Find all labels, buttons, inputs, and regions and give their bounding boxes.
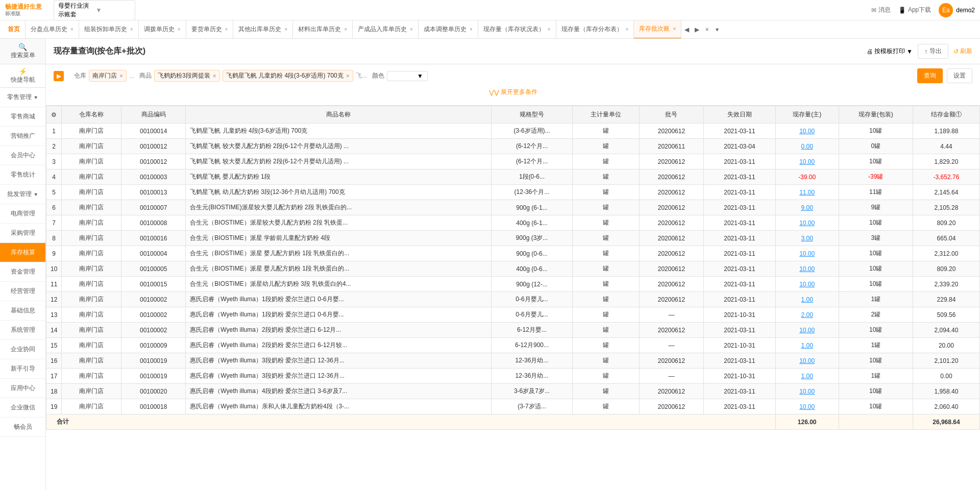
tab-close-all-button[interactable]: × bbox=[702, 20, 712, 39]
query-button[interactable]: 查询 bbox=[917, 68, 943, 83]
warehouse-more-btn[interactable]: ... bbox=[129, 72, 134, 80]
tab-close-icon[interactable]: × bbox=[548, 27, 551, 32]
row-qty[interactable]: 3.00 bbox=[775, 231, 839, 246]
row-qty[interactable]: 10.00 bbox=[775, 323, 839, 338]
filter-area: ▶ 仓库 南岸门店 × ... 商品 bbox=[46, 64, 980, 106]
tab-home[interactable]: 首页 bbox=[3, 20, 26, 39]
product-tag-2[interactable]: 飞鹤星飞帆 儿童奶粉 4段(3-6岁适用) 700克 × bbox=[223, 70, 353, 82]
print-icon: 🖨 bbox=[867, 48, 873, 55]
tab-zuhechai[interactable]: 组装拆卸单历史 × bbox=[79, 20, 139, 39]
workspace-selector[interactable]: 母婴行业演示账套 ▼ bbox=[54, 0, 135, 20]
tab-menu-button[interactable]: ▾ bbox=[712, 20, 722, 39]
tab-fenpan[interactable]: 分盘点单历史 × bbox=[26, 20, 79, 39]
row-qty[interactable]: 10.00 bbox=[775, 384, 839, 399]
row-qty[interactable]: 1.00 bbox=[775, 292, 839, 307]
sidebar-item-wholesale[interactable]: 批发管理 ▼ bbox=[0, 185, 45, 204]
tab-yaohe[interactable]: 要货单历史 × bbox=[186, 20, 234, 39]
sidebar-item-marketing[interactable]: 营销推广 bbox=[0, 127, 45, 146]
sidebar-item-basic-info[interactable]: 基础信息 bbox=[0, 301, 45, 321]
tab-kupicizhan[interactable]: 库存批次账 × bbox=[634, 20, 681, 39]
sidebar-item-purchase[interactable]: 采购管理 bbox=[0, 224, 45, 243]
tab-close-icon[interactable]: × bbox=[70, 27, 74, 32]
sidebar-item-member[interactable]: 会员中心 bbox=[0, 146, 45, 165]
warehouse-tag[interactable]: 南岸门店 × bbox=[89, 70, 127, 82]
tab-chanchengru[interactable]: 产成品入库单历史 × bbox=[353, 20, 419, 39]
sidebar-item-member2[interactable]: 畅会员 bbox=[0, 418, 45, 437]
color-input[interactable]: ▼ bbox=[387, 71, 428, 81]
row-qty[interactable]: 10.00 bbox=[775, 399, 839, 414]
tab-next-button[interactable]: ▶ bbox=[692, 20, 702, 39]
row-qty[interactable]: 9.00 bbox=[775, 200, 839, 215]
product-tag-1[interactable]: 飞鹤奶粉3段两提装 × bbox=[154, 70, 220, 82]
row-qty[interactable]: 1.00 bbox=[775, 338, 839, 353]
row-amount: 2,145.64 bbox=[913, 185, 979, 200]
row-spec: 0-6月婴儿... bbox=[492, 307, 573, 323]
sidebar-quick-nav[interactable]: ⚡ 快捷导航 bbox=[0, 64, 45, 88]
row-qty[interactable]: 1.00 bbox=[775, 369, 839, 384]
sidebar-item-retail-shop[interactable]: 零售商城 bbox=[0, 107, 45, 127]
sidebar-item-operations[interactable]: 经营管理 bbox=[0, 282, 45, 301]
tab-close-icon[interactable]: × bbox=[178, 27, 181, 32]
row-warehouse: 南岸门店 bbox=[62, 399, 121, 414]
tab-close-icon[interactable]: × bbox=[626, 27, 629, 32]
row-qty[interactable]: 10.00 bbox=[775, 215, 839, 231]
filter-expand-orange-btn[interactable]: ▶ bbox=[54, 71, 64, 81]
tab-close-icon[interactable]: × bbox=[410, 27, 413, 32]
sidebar-item-ecommerce[interactable]: 电商管理 bbox=[0, 204, 45, 224]
tab-chengbentiao[interactable]: 成本调整单历史 × bbox=[419, 20, 478, 39]
print-button[interactable]: 🖨 按模板打印 ▼ bbox=[867, 47, 913, 56]
tab-xianzailiang1[interactable]: 现存量（库存状况表） × bbox=[478, 20, 556, 39]
tab-tiaopeng[interactable]: 调拨单历史 × bbox=[139, 20, 186, 39]
app-download-button[interactable]: 📱 App下载 bbox=[898, 6, 931, 14]
sidebar-search[interactable]: 🔍 搜索菜单 bbox=[0, 39, 45, 64]
row-qty[interactable]: 11.00 bbox=[775, 185, 839, 200]
export-button[interactable]: ↑ 导出 bbox=[918, 44, 948, 59]
sidebar-item-enterprise[interactable]: 企业协同 bbox=[0, 340, 45, 359]
table-row: 4 南岸门店 00100003 飞鹤星飞帆 婴儿配方奶粉 1段 1段(0-6..… bbox=[46, 169, 980, 185]
row-qty[interactable]: 10.00 bbox=[775, 353, 839, 369]
tab-close-icon[interactable]: × bbox=[344, 27, 347, 32]
sidebar-item-inventory[interactable]: 库存核算 bbox=[0, 243, 45, 262]
remove-product-tag1-icon[interactable]: × bbox=[213, 72, 216, 80]
row-qty[interactable]: 0.00 bbox=[775, 139, 839, 154]
sidebar-item-retail-stats[interactable]: 零售统计 bbox=[0, 165, 45, 185]
tab-qitachuku[interactable]: 其他出库单历史 × bbox=[233, 20, 293, 39]
sidebar-item-newguide[interactable]: 新手引导 bbox=[0, 359, 45, 379]
tab-xianzailiang2[interactable]: 现存量（库存分布表） × bbox=[556, 20, 634, 39]
row-qty[interactable]: 10.00 bbox=[775, 154, 839, 169]
row-qty[interactable]: -39.00 bbox=[775, 169, 839, 185]
export-icon: ↑ bbox=[924, 48, 927, 55]
table-row: 1 南岸门店 00100014 飞鹤星飞帆 儿童奶粉 4段(3-6岁适用) 70… bbox=[46, 124, 980, 139]
row-qty[interactable]: 10.00 bbox=[775, 124, 839, 139]
tab-close-icon[interactable]: × bbox=[470, 27, 473, 32]
table-row: 18 南岸门店 00100020 惠氏启睿（Wyeth illuma）4段奶粉 … bbox=[46, 384, 980, 399]
expand-more-btn[interactable]: ⋁⋁ 展开更多条件 bbox=[489, 86, 537, 99]
row-qty[interactable]: 10.00 bbox=[775, 261, 839, 277]
row-qty[interactable]: 10.00 bbox=[775, 246, 839, 261]
tab-prev-button[interactable]: ◀ bbox=[681, 20, 692, 39]
tab-close-icon[interactable]: × bbox=[225, 27, 228, 32]
tab-close-icon[interactable]: × bbox=[673, 26, 676, 32]
sidebar-item-appcenter[interactable]: 应用中心 bbox=[0, 379, 45, 398]
user-area[interactable]: Ea demo2 bbox=[939, 3, 975, 17]
row-expiry: 2021-03-11 bbox=[704, 185, 776, 200]
tab-close-icon[interactable]: × bbox=[284, 27, 287, 32]
col-settings[interactable]: ⚙ bbox=[46, 106, 62, 124]
row-code: 00100014 bbox=[121, 124, 186, 139]
row-qty[interactable]: 10.00 bbox=[775, 277, 839, 292]
row-expiry: 2021-03-11 bbox=[704, 215, 776, 231]
remove-warehouse-tag-icon[interactable]: × bbox=[119, 72, 123, 80]
sidebar-item-system[interactable]: 系统管理 bbox=[0, 321, 45, 340]
message-button[interactable]: ✉ 消息 bbox=[871, 6, 891, 14]
settings-button[interactable]: 设置 bbox=[947, 68, 972, 83]
sidebar-item-wechat[interactable]: 企业微信 bbox=[0, 398, 45, 418]
sidebar-item-retail-mgmt[interactable]: 零售管理 ▼ bbox=[0, 88, 45, 107]
tab-close-icon[interactable]: × bbox=[130, 27, 133, 32]
sidebar-item-finance[interactable]: 资金管理 bbox=[0, 262, 45, 282]
product-more-btn[interactable]: 飞... bbox=[356, 71, 367, 80]
tab-cailiaochuku[interactable]: 材料出库单历史 × bbox=[293, 20, 353, 39]
row-qty[interactable]: 2.00 bbox=[775, 307, 839, 323]
row-code: 00100012 bbox=[121, 139, 186, 154]
refresh-button[interactable]: ↺ 刷新 bbox=[953, 47, 972, 56]
remove-product-tag2-icon[interactable]: × bbox=[346, 72, 350, 80]
